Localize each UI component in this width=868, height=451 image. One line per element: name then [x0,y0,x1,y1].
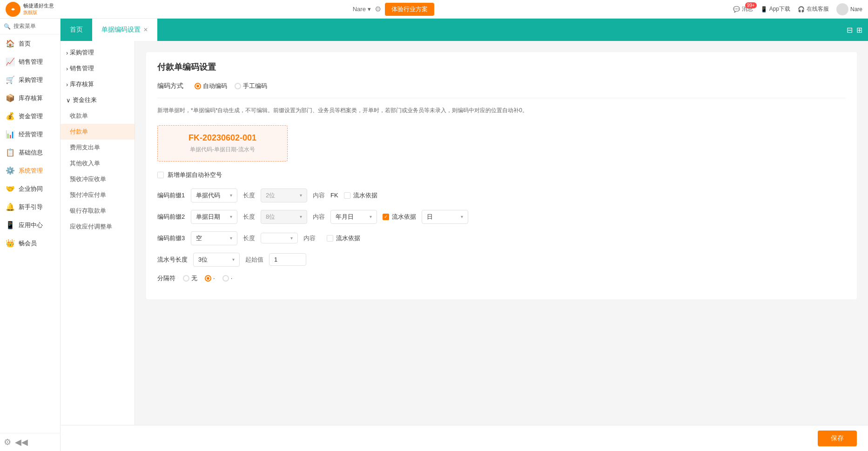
serial-length-arrow-icon: ▾ [232,257,235,262]
serial2-check[interactable]: ✓ 流水依据 [383,213,416,221]
length3-label: 长度 [243,234,255,242]
sidebar-item-finance[interactable]: 💰 资金管理 [0,107,60,125]
manual-coding-radio[interactable]: 手工编码 [235,82,267,90]
tab-home-label: 首页 [70,26,83,34]
subsidebar-header-funds[interactable]: ∨ 资金往来 [61,92,135,108]
separator-none-radio[interactable]: 无 [183,274,197,283]
logo-sub-text: 旗舰版 [23,9,54,16]
serial2-period-arrow-icon: ▾ [461,214,463,219]
sidebar-item-purchase[interactable]: 🛒 采购管理 [0,71,60,89]
subsidebar-item-other-income[interactable]: 其他收入单 [61,155,135,171]
tab-expand-icon[interactable]: ⊞ [856,26,862,34]
separator-dot-label: · [213,275,215,282]
serial2-period-select[interactable]: 日 ▾ [422,210,468,224]
subsidebar-item-pre-receipt[interactable]: 预收冲应收单 [61,171,135,187]
settings-icon[interactable]: ⚙ [375,5,381,13]
serial3-checkbox[interactable] [327,235,333,242]
content2-select-value: 年月日 [336,213,354,221]
tab-close-icon[interactable]: ✕ [143,27,148,33]
app-download-label: App下载 [769,5,790,13]
logo-main-text: 畅捷通好生意 [23,2,54,9]
sales-icon: 📈 [6,57,15,66]
prefix3-row: 编码前缀3 空 ▾ 长度 ▾ 内容 [157,231,846,245]
subsidebar-purchase-label: 采购管理 [70,48,94,57]
serial2-checkbox[interactable]: ✓ [383,214,389,220]
search-menu[interactable]: 🔍 搜索菜单 [0,19,60,34]
tab-code-settings-label: 单据编码设置 [101,26,141,34]
prefix3-select[interactable]: 空 ▾ [191,231,237,245]
messages-badge: 99+ [745,2,757,8]
app-download-item[interactable]: 📱 App下载 [760,5,790,13]
basic-icon: 📋 [6,148,15,157]
sidebar-bottom: ⚙ ◀◀ [0,433,60,451]
settings-bottom-icon[interactable]: ⚙ [4,437,11,447]
start-value-input[interactable] [269,253,306,266]
operations-icon: 📊 [6,130,15,139]
user-avatar[interactable]: Nare [836,3,862,15]
top-header: 畅捷通好生意 旗舰版 Nare ▾ ⚙ 体验行业方案 💬 消息 99+ 📱 Ap… [0,0,868,19]
search-menu-label: 搜索菜单 [13,22,36,30]
sidebar-home-label: 首页 [19,40,31,48]
separator-dash-radio[interactable]: · [222,275,233,282]
subsidebar-group-funds: ∨ 资金往来 收款单 付款单 费用支出单 其他收入单 预收冲应收单 预付冲应付单… [61,92,135,235]
subsidebar-item-pre-payment[interactable]: 预付冲应付单 [61,187,135,203]
subsidebar-header-inventory[interactable]: › 库存核算 [61,76,135,92]
serial1-checkbox[interactable] [344,192,350,199]
sidebar-item-home[interactable]: 🏠 首页 [0,34,60,53]
messages-item[interactable]: 💬 消息 99+ [733,5,753,13]
sidebar-item-member[interactable]: 👑 畅会员 [0,234,60,252]
sidebar-member-label: 畅会员 [19,239,37,248]
sidebar-item-inventory[interactable]: 📦 库存核算 [0,89,60,107]
subsidebar-item-expense[interactable]: 费用支出单 [61,140,135,155]
subsidebar-item-receipt[interactable]: 收款单 [61,108,135,124]
auto-coding-dot [195,83,201,89]
serial1-check[interactable]: 流水依据 [344,191,377,200]
subsidebar-item-payment[interactable]: 付款单 [61,124,135,140]
length1-select[interactable]: 2位 ▾ [261,188,307,202]
tab-minimize-icon[interactable]: ⊟ [847,26,853,34]
separator-dot-radio[interactable]: · [205,275,215,282]
subsidebar-item-adjust[interactable]: 应收应付调整单 [61,219,135,235]
sidebar-item-apps[interactable]: 📱 应用中心 [0,216,60,234]
industry-btn[interactable]: 体验行业方案 [385,3,434,16]
separator-label: 分隔符 [157,274,175,283]
online-service-item[interactable]: 🎧 在线客服 [798,5,829,13]
save-button[interactable]: 保存 [818,431,857,446]
content2-select[interactable]: 年月日 ▾ [330,210,377,224]
sidebar-item-basic[interactable]: 📋 基础信息 [0,143,60,162]
sidebar-item-sales[interactable]: 📈 销售管理 [0,53,60,71]
auto-fill-checkbox[interactable] [157,172,164,178]
sidebar-item-guide[interactable]: 🔔 新手引导 [0,198,60,216]
content-area: 首页 单据编码设置 ✕ ⊟ ⊞ › 采购管理 [61,19,868,451]
sidebar-purchase-label: 采购管理 [19,76,43,84]
content1-value: FK [330,192,338,199]
sidebar-item-operations[interactable]: 📊 经营管理 [0,125,60,143]
subsidebar-item-bank[interactable]: 银行存取款单 [61,203,135,219]
arrow-inventory-icon: › [66,81,68,88]
separator-none-label: 无 [191,274,197,283]
separator-dash-label: · [231,275,233,282]
workspace-dropdown[interactable]: Nare ▾ [353,6,371,13]
page-content: 付款单编码设置 编码方式 自动编码 手工编码 [135,41,868,425]
apps-icon: 📱 [6,221,15,229]
prefix1-select[interactable]: 单据代码 ▾ [191,188,237,202]
length1-value: 2位 [266,191,275,200]
form-card: 付款单编码设置 编码方式 自动编码 手工编码 [146,52,857,299]
length2-select[interactable]: 8位 ▾ [261,210,307,224]
length3-select[interactable]: ▾ [261,233,298,243]
tab-home[interactable]: 首页 [61,19,92,41]
serial3-check[interactable]: 流水依据 [327,234,360,242]
collapse-icon[interactable]: ◀◀ [15,437,28,447]
prefix2-row: 编码前缀2 单据日期 ▾ 长度 8位 ▾ 内容 年月日 [157,210,846,224]
tab-code-settings[interactable]: 单据编码设置 ✕ [92,19,157,41]
serial2-label: 流水依据 [392,213,416,221]
auto-coding-radio[interactable]: 自动编码 [195,82,227,90]
prefix3-select-value: 空 [196,234,202,242]
sidebar-item-enterprise[interactable]: 🤝 企业协同 [0,180,60,198]
subsidebar-header-sales[interactable]: › 销售管理 [61,61,135,76]
subsidebar-header-purchase[interactable]: › 采购管理 [61,45,135,61]
bottom-bar: 保存 [61,425,868,451]
serial-length-select[interactable]: 3位 ▾ [193,253,240,267]
sidebar-item-system[interactable]: ⚙️ 系统管理 [0,162,60,180]
prefix2-select[interactable]: 单据日期 ▾ [191,210,237,224]
